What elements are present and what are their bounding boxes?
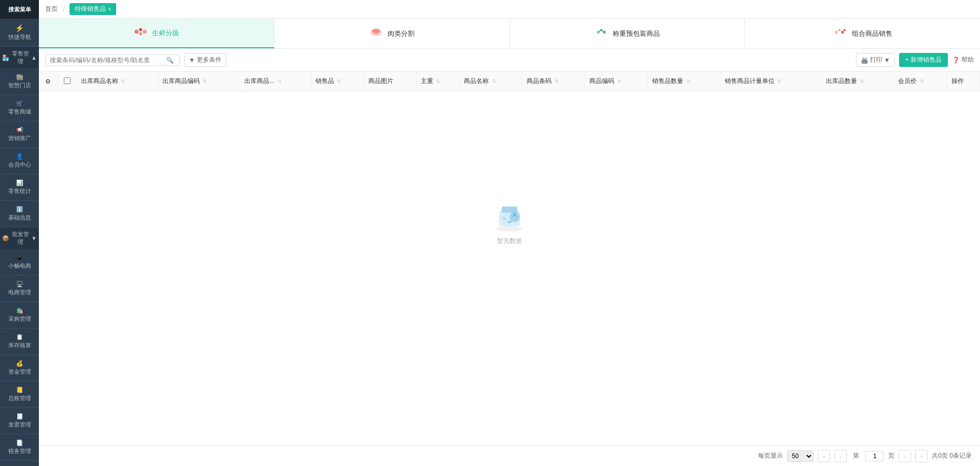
basic-info-icon: ℹ️	[16, 206, 23, 213]
prev-page-button[interactable]: ‹	[834, 450, 847, 462]
th-item-barcode: 商品条码 ⇅	[522, 72, 585, 91]
sidebar-item-fixed-assets[interactable]: 🏗️ 固定资产	[0, 461, 39, 466]
sort-icon-item-name[interactable]: ⇅	[492, 78, 496, 84]
th-member-price: 会员价 ⇅	[894, 72, 947, 91]
chevron-down-icon2: ▼	[31, 235, 37, 241]
empty-row: 暂无数据	[39, 91, 980, 350]
svg-point-13	[841, 31, 844, 34]
chevron-down-icon: ▲	[31, 54, 37, 61]
category-tabs: 生鲜分级 肉类分割	[39, 19, 980, 49]
sidebar-item-member-center[interactable]: 👤 会员中心	[0, 148, 39, 174]
tab-fresh-grading-label: 生鲜分级	[152, 29, 179, 38]
column-settings-icon[interactable]: ⚙	[45, 78, 51, 85]
help-button[interactable]: ❓ 帮助	[952, 56, 974, 64]
meat-cut-icon	[369, 26, 383, 40]
svg-point-5	[372, 29, 380, 33]
sidebar-item-invoice-mgmt[interactable]: 🧾 发票管理	[0, 408, 39, 434]
sort-icon-out-name[interactable]: ⇅	[121, 78, 125, 84]
active-tab[interactable]: 特殊销售品 ×	[70, 3, 116, 15]
pagination-bar: 每页显示 50 10 20 100 « ‹ 第 页 › » 共0页 0条记录	[39, 445, 980, 466]
sort-icon-sale-item[interactable]: ⇅	[337, 78, 341, 84]
th-out-name: 出库商品名称 ⇅	[76, 72, 158, 91]
sidebar-item-tax-mgmt[interactable]: 📑 税务管理	[0, 434, 39, 461]
tab-weight-prepack[interactable]: 称重预包装商品	[510, 19, 746, 48]
sidebar-item-basic-info[interactable]: ℹ️ 基础信息	[0, 201, 39, 227]
tab-meat-cut-label: 肉类分割	[388, 29, 415, 38]
retail-mgmt-icon: 🏪	[2, 54, 9, 61]
tab-close-button[interactable]: ×	[108, 6, 111, 12]
content-area: 生鲜分级 肉类分割	[39, 19, 980, 466]
tab-combo-sales[interactable]: 组合商品销售	[745, 19, 980, 48]
sort-icon-main-weight[interactable]: ⇅	[436, 78, 440, 84]
filter-button[interactable]: ▼ 更多条件	[184, 53, 226, 67]
tab-fresh-grading[interactable]: 生鲜分级	[39, 19, 274, 48]
per-page-select[interactable]: 50 10 20 100	[787, 450, 813, 462]
sidebar-item-retail-stats[interactable]: 📊 零售统计	[0, 174, 39, 201]
page-label: 第	[853, 451, 859, 460]
filter-icon: ▼	[189, 57, 195, 64]
sidebar-item-sales-promo[interactable]: 📢 营销推广	[0, 121, 39, 148]
sidebar: 搜索菜单 ⚡ 快捷导航 🏪 零售管理 ▲ 🏬 智慧门店 🛒 零售商城 📢 营销推…	[0, 0, 39, 466]
th-out-spec: 出库商品... ⇅	[240, 72, 311, 91]
sort-icon-out-qty[interactable]: ⇅	[860, 78, 864, 84]
breadcrumb-separator: /	[63, 6, 64, 13]
sidebar-item-general-ledger[interactable]: 📒 总账管理	[0, 381, 39, 408]
svg-point-12	[838, 29, 840, 31]
sort-icon-item-barcode[interactable]: ⇅	[555, 78, 559, 84]
sort-icon-sale-unit[interactable]: ⇅	[777, 78, 781, 84]
svg-point-3	[139, 32, 142, 35]
sidebar-item-purchase-mgmt[interactable]: 🛍️ 采购管理	[0, 302, 39, 328]
tax-mgmt-icon: 📑	[16, 440, 23, 446]
print-button[interactable]: 🖨️ 打印 ▼	[856, 53, 895, 67]
purchase-mgmt-icon: 🛍️	[16, 307, 23, 314]
smart-store-icon: 🏬	[16, 74, 23, 80]
svg-point-11	[835, 31, 838, 34]
sort-icon-member-price[interactable]: ⇅	[920, 78, 924, 84]
sidebar-logo[interactable]: 搜索菜单	[0, 0, 39, 19]
sort-icon-out-spec[interactable]: ⇅	[278, 78, 282, 84]
home-link[interactable]: 首页	[45, 5, 58, 13]
sidebar-item-retail-mgmt[interactable]: 🏪 零售管理 ▲	[0, 47, 39, 68]
svg-point-0	[134, 30, 139, 34]
tab-label: 特殊销售品	[75, 5, 106, 13]
th-sale-unit: 销售商品计量单位 ⇅	[720, 72, 821, 91]
add-sale-item-button[interactable]: + 新增销售品	[899, 53, 948, 67]
th-item-image: 商品图片	[364, 72, 416, 91]
th-out-code: 出库商品编码 ⇅	[158, 72, 240, 91]
th-sale-qty: 销售品数量 ⇅	[648, 72, 720, 91]
wholesale-mgmt-icon: 📦	[2, 235, 9, 242]
sidebar-item-retail-mall[interactable]: 🛒 零售商城	[0, 95, 39, 121]
last-page-button[interactable]: »	[915, 450, 928, 462]
page-total-label: 页	[888, 451, 894, 460]
sort-icon-item-code[interactable]: ⇅	[617, 78, 622, 84]
inventory-icon: 📋	[16, 334, 23, 340]
th-settings[interactable]: ⚙	[39, 72, 58, 91]
sidebar-item-finance[interactable]: 💰 资金管理	[0, 355, 39, 381]
sidebar-item-mini-ecom[interactable]: 📱 小畅电商	[0, 249, 39, 276]
search-box[interactable]: 🔍	[45, 54, 180, 66]
sidebar-item-smart-store[interactable]: 🏬 智慧门店	[0, 68, 39, 95]
svg-point-19	[514, 213, 516, 215]
svg-point-20	[503, 217, 506, 220]
search-input[interactable]	[50, 57, 164, 64]
retail-mall-icon: 🛒	[16, 100, 23, 107]
next-page-button[interactable]: ›	[899, 450, 911, 462]
sort-icon-out-code[interactable]: ⇅	[203, 78, 207, 84]
sidebar-item-quick-nav[interactable]: ⚡ 快捷导航	[0, 19, 39, 47]
sort-icon-sale-qty[interactable]: ⇅	[686, 78, 691, 84]
topbar: 首页 / 特殊销售品 ×	[39, 0, 980, 19]
tab-meat-cut[interactable]: 肉类分割	[274, 19, 510, 48]
fresh-grading-icon	[133, 26, 148, 40]
first-page-button[interactable]: «	[818, 450, 830, 462]
table-body: 暂无数据	[39, 91, 980, 350]
sidebar-item-inventory[interactable]: 📋 库存核算	[0, 328, 39, 355]
retail-stats-icon: 📊	[16, 180, 23, 186]
sidebar-item-wholesale-mgmt[interactable]: 📦 批发管理 ▼	[0, 227, 39, 249]
select-all-checkbox[interactable]	[64, 77, 71, 84]
empty-text: 暂无数据	[497, 237, 522, 245]
sidebar-item-ecom-mgmt[interactable]: 🖥️ 电商管理	[0, 276, 39, 302]
sales-promo-icon: 📢	[16, 127, 23, 133]
page-number-input[interactable]	[865, 451, 884, 461]
th-item-code: 商品编码 ⇅	[585, 72, 648, 91]
th-checkbox[interactable]	[58, 72, 76, 91]
